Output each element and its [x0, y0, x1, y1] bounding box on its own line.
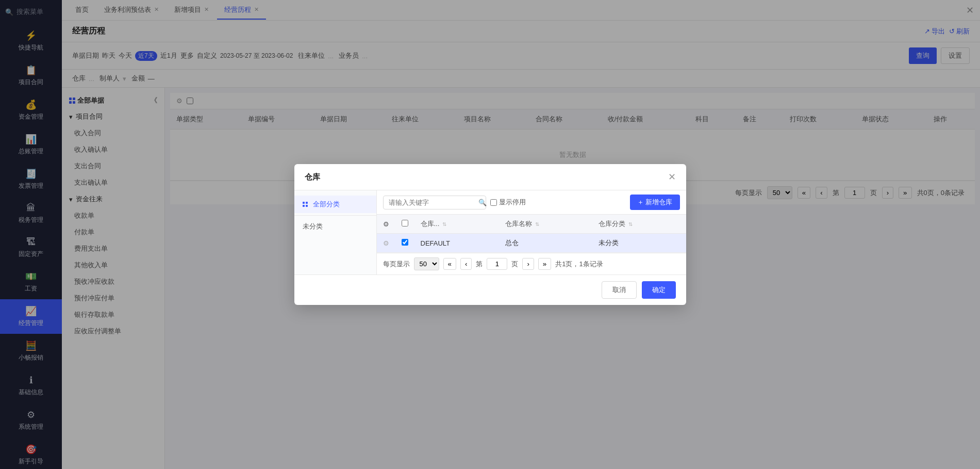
modal-overlay[interactable]: 仓库 ✕ 全部分类 未分类	[0, 0, 980, 469]
table-row[interactable]: ⚙ DEFAULT 总仓 未分类	[377, 234, 686, 253]
modal-col-code: 仓库... ⇅	[414, 215, 500, 234]
show-disabled-checkbox[interactable]	[490, 199, 497, 206]
warehouse-modal: 仓库 ✕ 全部分类 未分类	[294, 164, 686, 305]
confirm-button[interactable]: 确定	[642, 281, 676, 299]
sort-code-icon: ⇅	[442, 221, 446, 227]
modal-table: ⚙ 仓库... ⇅ 仓库名称 ⇅	[377, 215, 686, 253]
show-disabled-label[interactable]: 显示停用	[490, 198, 526, 207]
modal-select-all[interactable]	[402, 220, 408, 227]
modal-prev-page-button[interactable]: ‹	[460, 258, 472, 270]
modal-right-panel: 🔍 显示停用 ＋ 新增仓库 ⚙	[377, 190, 686, 274]
modal-col-category: 仓库分类 ⇅	[592, 215, 686, 234]
modal-pagination: 每页显示 50 « ‹ 第 页 › » 共1页，1条记录	[377, 253, 686, 274]
modal-first-page-button[interactable]: «	[443, 258, 456, 270]
modal-col-checkbox	[395, 215, 414, 234]
row-name: 总仓	[499, 234, 592, 253]
modal-title: 仓库	[305, 172, 320, 182]
modal-close-button[interactable]: ✕	[668, 171, 676, 183]
sort-name-icon: ⇅	[535, 221, 539, 227]
modal-left-unclassified[interactable]: 未分类	[294, 218, 376, 235]
row-code: DEFAULT	[414, 234, 500, 253]
modal-search-input[interactable]	[389, 199, 475, 206]
modal-header: 仓库 ✕	[294, 164, 686, 190]
modal-left-all[interactable]: 全部分类	[294, 196, 376, 213]
modal-left-panel: 全部分类 未分类	[294, 190, 377, 274]
modal-page-number-input[interactable]	[487, 258, 507, 270]
modal-search-box: 🔍	[383, 196, 486, 209]
row-settings-icon[interactable]: ⚙	[377, 234, 395, 253]
modal-col-settings: ⚙	[377, 215, 395, 234]
modal-body: 全部分类 未分类 🔍 显	[294, 190, 686, 274]
modal-per-page-select[interactable]: 50	[414, 257, 439, 270]
cancel-button[interactable]: 取消	[602, 281, 637, 299]
modal-search-icon[interactable]: 🔍	[478, 199, 487, 206]
modal-table-wrap: ⚙ 仓库... ⇅ 仓库名称 ⇅	[377, 215, 686, 253]
row-checkbox[interactable]	[395, 234, 414, 253]
modal-col-name: 仓库名称 ⇅	[499, 215, 592, 234]
modal-next-page-button[interactable]: ›	[522, 258, 534, 270]
modal-actions: 取消 确定	[294, 274, 686, 305]
modal-toolbar: 🔍 显示停用 ＋ 新增仓库	[377, 190, 686, 215]
modal-last-page-button[interactable]: »	[538, 258, 551, 270]
sort-category-icon: ⇅	[628, 221, 633, 227]
row-category: 未分类	[592, 234, 686, 253]
add-warehouse-button[interactable]: ＋ 新增仓库	[630, 195, 680, 210]
